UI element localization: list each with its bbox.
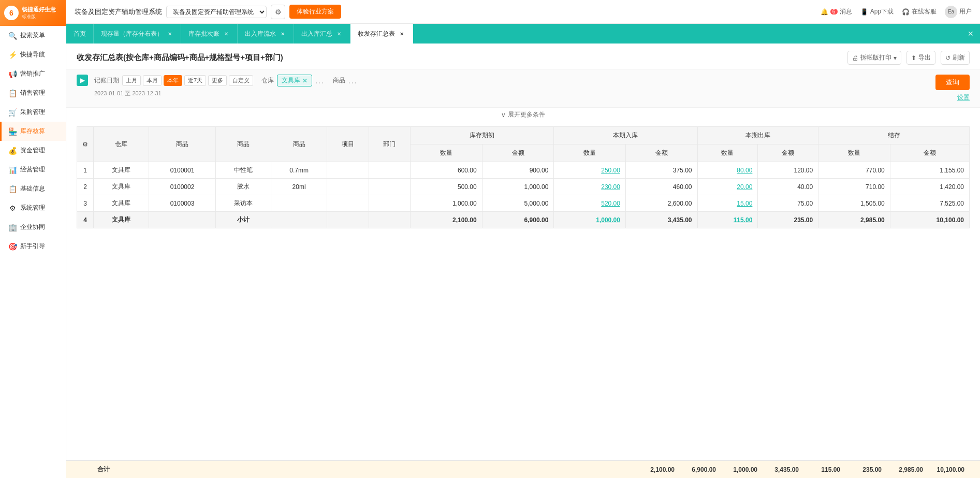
filter-expand-arrow[interactable]: ▶: [77, 75, 88, 86]
money-icon: 💰: [8, 147, 17, 155]
goods-more[interactable]: ...: [348, 77, 358, 85]
row-out-amt: 40.00: [758, 179, 818, 195]
messages-badge: 6: [830, 9, 838, 15]
chart-icon: 📊: [8, 166, 17, 174]
row-balance-amt: 1,420.00: [890, 179, 969, 195]
clipboard-icon: 📋: [8, 89, 17, 97]
expand-more-btn[interactable]: ∨ 展开更多条件: [66, 108, 980, 121]
row-dept: [369, 179, 410, 195]
refresh-label: 刷新: [953, 53, 965, 62]
row-goods-spec: 0.7mm: [271, 162, 327, 179]
tab-batch[interactable]: 库存批次账 ✕: [181, 24, 238, 44]
date-prev-month[interactable]: 上月: [122, 75, 141, 86]
row-warehouse: 文具库: [94, 179, 149, 195]
col-balance-qty: 数量: [818, 144, 890, 162]
date-7days[interactable]: 近7天: [184, 75, 206, 86]
date-range-display: 2023-01-01 至 2023-12-31: [94, 90, 927, 97]
tab-inout-flow[interactable]: 出入库流水 ✕: [238, 24, 294, 44]
user-item[interactable]: Ea 用户: [945, 6, 972, 18]
footer-opening-amt: 6,900.00: [680, 466, 721, 473]
col-balance-amt: 金额: [890, 144, 969, 162]
row-out-amt: 235.00: [758, 212, 818, 228]
row-goods-name: 采访本: [216, 195, 271, 212]
messages-item[interactable]: 🔔 6 消息: [821, 7, 852, 16]
tab-home[interactable]: 首页: [66, 24, 94, 44]
data-table: ⚙ 仓库 商品 商品 商品 项目 部门 库存期初 本期入库 本期出库 结存 数量: [77, 126, 970, 228]
data-table-area: ⚙ 仓库 商品 商品 商品 项目 部门 库存期初 本期入库 本期出库 结存 数量: [66, 121, 980, 460]
col-header-dept: 部门: [369, 127, 410, 162]
row-opening-amt: 900.00: [482, 162, 554, 179]
row-opening-amt: 6,900.00: [482, 212, 554, 228]
sidebar-item-sales[interactable]: 📋 销售管理: [0, 83, 66, 103]
row-out-qty[interactable]: 15.00: [697, 195, 758, 212]
warehouse-tag-text: 文具库: [282, 76, 300, 85]
date-filter-group: 记账日期 上月 本月 本年 近7天 更多 自定义: [94, 75, 253, 86]
warehouse-more[interactable]: ...: [315, 77, 325, 85]
row-in-qty[interactable]: 250.00: [554, 162, 626, 179]
print-button[interactable]: 🖨 拆帐版打印 ▾: [847, 51, 901, 65]
tab-stock-dist[interactable]: 现存量（库存分布表） ✕: [94, 24, 181, 44]
row-balance-amt: 7,525.00: [890, 195, 969, 212]
row-out-qty[interactable]: 115.00: [697, 212, 758, 228]
tab-close-icon[interactable]: ✕: [279, 30, 286, 37]
app-download-item[interactable]: 📱 App下载: [860, 7, 894, 16]
sidebar-item-purchase[interactable]: 🛒 采购管理: [0, 103, 66, 122]
date-curr-month[interactable]: 本月: [143, 75, 162, 86]
sidebar-item-marketing[interactable]: 📢 营销推广: [0, 64, 66, 83]
date-curr-year[interactable]: 本年: [164, 75, 182, 86]
warehouse-tag: 文具库 ✕: [277, 75, 312, 86]
row-in-qty[interactable]: 520.00: [554, 195, 626, 212]
sidebar-item-system[interactable]: ⚙ 系统管理: [0, 198, 66, 218]
tabs-bar: 首页 现存量（库存分布表） ✕ 库存批次账 ✕ 出入库流水 ✕ 出入库汇总 ✕ …: [66, 24, 980, 44]
sidebar-item-quick-nav[interactable]: ⚡ 快捷导航: [0, 45, 66, 64]
topbar-left: 装备及固定资产辅助管理系统 装备及固定资产辅助管理系统 ⚙ 体验行业方案: [75, 5, 341, 19]
refresh-button[interactable]: ↺ 刷新: [941, 51, 970, 65]
sidebar-item-inventory[interactable]: 🏪 库存核算: [0, 122, 66, 141]
settings-button[interactable]: ⚙: [271, 5, 285, 19]
row-out-qty[interactable]: 80.00: [697, 162, 758, 179]
tabs-close-all-button[interactable]: ✕: [961, 30, 980, 38]
sidebar-item-label: 系统管理: [20, 204, 45, 212]
settings-link[interactable]: 设置: [957, 93, 970, 102]
sidebar-item-search[interactable]: 🔍 搜索菜单: [0, 26, 66, 45]
row-opening-qty: 600.00: [411, 162, 482, 179]
row-out-qty[interactable]: 20.00: [697, 179, 758, 195]
row-warehouse: 文具库: [94, 195, 149, 212]
sidebar-item-operations[interactable]: 📊 经营管理: [0, 160, 66, 179]
tab-inout-summary[interactable]: 出入库汇总 ✕: [294, 24, 350, 44]
row-opening-amt: 5,000.00: [482, 195, 554, 212]
sidebar-item-newbie[interactable]: 🎯 新手引导: [0, 237, 66, 256]
online-service-item[interactable]: 🎧 在线客服: [902, 7, 937, 16]
tab-collect-summary[interactable]: 收发存汇总表 ✕: [350, 24, 413, 44]
col-header-goods-spec: 商品: [271, 127, 327, 162]
trial-button[interactable]: 体验行业方案: [289, 5, 341, 19]
row-in-qty[interactable]: 1,000.00: [554, 212, 626, 228]
date-custom[interactable]: 自定义: [229, 75, 253, 86]
sidebar-item-label: 企业协同: [20, 223, 45, 231]
system-selector[interactable]: 装备及固定资产辅助管理系统: [166, 6, 267, 18]
app-subtitle: 标准版: [22, 13, 56, 20]
tab-close-icon[interactable]: ✕: [398, 30, 405, 37]
row-goods-name: 中性笔: [216, 162, 271, 179]
date-more[interactable]: 更多: [208, 75, 227, 86]
sidebar-item-finance[interactable]: 💰 资金管理: [0, 141, 66, 160]
query-button[interactable]: 查询: [935, 75, 970, 90]
sidebar-item-base-info[interactable]: 📋 基础信息: [0, 179, 66, 198]
tab-close-icon[interactable]: ✕: [335, 30, 343, 37]
page-header: 收发存汇总表(按仓库+商品编码+商品+规格型号+项目+部门) 🖨 拆帐版打印 ▾…: [66, 44, 980, 69]
tab-close-icon[interactable]: ✕: [166, 30, 173, 37]
sidebar-item-label: 营销推广: [20, 69, 45, 78]
warehouse-remove-icon[interactable]: ✕: [302, 77, 308, 84]
page-title: 收发存汇总表(按仓库+商品编码+商品+规格型号+项目+部门): [77, 53, 283, 63]
row-in-qty[interactable]: 230.00: [554, 179, 626, 195]
sidebar-item-label: 资金管理: [20, 146, 45, 155]
footer-opening-qty: 2,100.00: [638, 466, 680, 473]
date-filter-label: 记账日期: [94, 76, 119, 85]
sidebar-item-enterprise[interactable]: 🏢 企业协同: [0, 218, 66, 237]
goods-filter-group: 商品 ...: [333, 76, 358, 85]
table-settings-header[interactable]: ⚙: [77, 127, 94, 162]
row-goods-spec: [271, 195, 327, 212]
tab-close-icon[interactable]: ✕: [223, 30, 230, 37]
export-button[interactable]: ⬆ 导出: [906, 51, 935, 65]
footer-out-qty: 115.00: [804, 466, 845, 473]
